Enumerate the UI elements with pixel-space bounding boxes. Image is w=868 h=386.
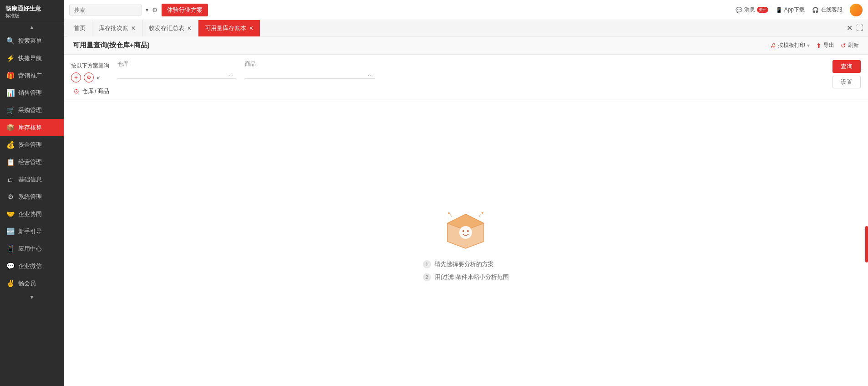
sidebar-item-label: 搜索菜单 [18, 37, 42, 45]
message-item[interactable]: 💬 消息 99+ [736, 6, 768, 14]
warehouse-input-wrap: … [117, 69, 236, 79]
sidebar-item-label: 畅会员 [18, 279, 36, 288]
svg-point-4 [467, 230, 469, 232]
filter-scheme-item[interactable]: ⊙ 仓库+商品 [71, 85, 112, 97]
app-logo: 畅康通好生意 标准版 [0, 0, 64, 22]
tip-text-1: 请先选择要分析的方案 [435, 260, 494, 268]
page-header-actions: 🖨 按模板打印 ▾ ⬆ 导出 ↺ 刷新 [770, 41, 859, 49]
sidebar-item-operations[interactable]: 📋 经营管理 [0, 154, 64, 171]
tab-batch-ledger-close[interactable]: ✕ [131, 26, 136, 31]
goods-input[interactable] [247, 70, 365, 77]
page-header: 可用量查询(按仓库+商品) 🖨 按模板打印 ▾ ⬆ 导出 ↺ 刷新 [64, 36, 868, 55]
tab-close-all-icon[interactable]: ✕ [847, 24, 853, 32]
basic-icon: 🗂 [6, 176, 15, 184]
sidebar-item-finance[interactable]: 💰 资金管理 [0, 136, 64, 154]
shortcut-icon: ⚡ [6, 54, 15, 62]
inventory-icon: 📦 [6, 124, 15, 132]
content-area: 1 请先选择要分析的方案 2 用[过滤]条件来缩小分析范围 [64, 102, 868, 386]
sidebar-item-label: 新手引导 [18, 227, 42, 236]
refresh-action[interactable]: ↺ 刷新 [841, 41, 859, 49]
message-icon: 💬 [736, 7, 742, 13]
filter-add-button[interactable]: + [71, 72, 81, 82]
print-label: 按模板打印 [778, 41, 805, 49]
print-icon: 🖨 [770, 42, 776, 49]
tab-batch-ledger-label: 库存批次账 [99, 24, 128, 32]
sidebar-item-label: 经营管理 [18, 158, 42, 166]
tip-num-2: 2 [423, 273, 431, 281]
filter-area: 按以下方案查询 + ⚙ « ⊙ 仓库+商品 仓库 … 商品 [64, 55, 868, 102]
filter-left: 按以下方案查询 + ⚙ « ⊙ 仓库+商品 [71, 59, 112, 97]
sidebar-item-sales[interactable]: 📊 销售管理 [0, 84, 64, 102]
tab-summary-close[interactable]: ✕ [187, 26, 192, 31]
warehouse-field-label: 仓库 [117, 60, 236, 68]
sidebar-item-label: 快捷导航 [18, 54, 42, 62]
tabs-bar: 首页 库存批次账 ✕ 收发存汇总表 ✕ 可用量库存账本 ✕ ✕ ⛶ [64, 20, 868, 36]
topbar-dropdown-icon[interactable]: ▾ [146, 7, 148, 13]
filter-settings-button[interactable]: ⚙ [84, 72, 94, 82]
warehouse-input[interactable] [119, 70, 226, 77]
topbar-search-input[interactable] [69, 5, 142, 15]
svg-line-7 [479, 214, 482, 216]
guide-icon: 🆕 [6, 227, 15, 236]
finance-icon: 💰 [6, 141, 15, 149]
sidebar-scroll-up[interactable]: ▲ [0, 22, 64, 32]
topbar-settings-icon[interactable]: ⚙ [152, 6, 158, 14]
tab-expand-icon[interactable]: ⛶ [856, 24, 863, 32]
topbar-right: 💬 消息 99+ 📱 App下载 🎧 在线客服 [736, 4, 863, 16]
query-buttons: 查询 设置 [832, 59, 861, 88]
tab-summary[interactable]: 收发存汇总表 ✕ [142, 20, 198, 36]
vip-icon: ✌ [6, 279, 15, 288]
sidebar-item-purchase[interactable]: 🛒 采购管理 [0, 102, 64, 119]
export-icon: ⬆ [816, 42, 822, 49]
sidebar-item-guide[interactable]: 🆕 新手引导 [0, 223, 64, 240]
search-icon: 🔍 [6, 37, 15, 45]
export-action[interactable]: ⬆ 导出 [816, 41, 834, 49]
refresh-label: 刷新 [848, 41, 859, 49]
goods-field-label: 商品 [245, 60, 375, 68]
tip-num-1: 1 [423, 260, 431, 268]
tab-available-qty-close[interactable]: ✕ [249, 26, 254, 31]
filter-collapse-icon[interactable]: « [96, 74, 100, 81]
sidebar-item-shortcut[interactable]: ⚡ 快捷导航 [0, 50, 64, 67]
app-icon: 📱 [6, 245, 15, 253]
sidebar-item-label: 库存核算 [18, 124, 42, 132]
sidebar-item-search[interactable]: 🔍 搜索菜单 [0, 32, 64, 50]
warehouse-more-icon[interactable]: … [228, 71, 234, 77]
sidebar-item-inventory[interactable]: 📦 库存核算 [0, 119, 64, 136]
settings-button[interactable]: 设置 [832, 76, 861, 88]
sidebar-item-vip[interactable]: ✌ 畅会员 [0, 275, 64, 292]
tab-available-qty-label: 可用量库存账本 [205, 24, 246, 32]
industry-solution-button[interactable]: 体验行业方案 [162, 4, 208, 16]
page-title: 可用量查询(按仓库+商品) [73, 41, 150, 50]
sidebar-item-system[interactable]: ⚙ 系统管理 [0, 188, 64, 206]
online-service-item[interactable]: 🎧 在线客服 [812, 6, 843, 14]
tab-home[interactable]: 首页 [67, 20, 92, 36]
svg-line-5 [450, 214, 452, 216]
sidebar-item-wechat[interactable]: 💬 企业微信 [0, 257, 64, 275]
sidebar-item-label: 企业微信 [18, 262, 42, 270]
svg-point-6 [448, 212, 450, 214]
cart-icon: 🛒 [6, 106, 15, 114]
sidebar-scroll-down[interactable]: ▼ [0, 292, 64, 302]
avatar[interactable] [850, 4, 863, 16]
print-action[interactable]: 🖨 按模板打印 ▾ [770, 41, 810, 49]
sidebar-item-cooperation[interactable]: 🤝 企业协同 [0, 206, 64, 223]
svg-point-2 [459, 226, 472, 239]
query-button[interactable]: 查询 [832, 60, 861, 73]
empty-tip-2: 2 用[过滤]条件来缩小分析范围 [423, 273, 509, 281]
sidebar-item-basic[interactable]: 🗂 基础信息 [0, 171, 64, 188]
goods-input-wrap: … [245, 69, 375, 79]
right-scrollbar[interactable] [865, 226, 868, 262]
goods-more-icon[interactable]: … [368, 71, 373, 77]
sidebar-item-appcenter[interactable]: 📱 应用中心 [0, 240, 64, 257]
sidebar: 畅康通好生意 标准版 ▲ 🔍 搜索菜单 ⚡ 快捷导航 🎁 营销推广 📊 销售管理… [0, 0, 64, 386]
gift-icon: 🎁 [6, 72, 15, 80]
print-dropdown-icon: ▾ [807, 42, 810, 49]
sidebar-item-marketing[interactable]: 🎁 营销推广 [0, 67, 64, 84]
filter-actions: + ⚙ « [71, 72, 112, 82]
filter-fields: 仓库 … 商品 … [117, 59, 827, 79]
tab-batch-ledger[interactable]: 库存批次账 ✕ [92, 20, 142, 36]
app-download-item[interactable]: 📱 App下载 [776, 6, 805, 14]
empty-state: 1 请先选择要分析的方案 2 用[过滤]条件来缩小分析范围 [423, 207, 509, 281]
tab-available-qty[interactable]: 可用量库存账本 ✕ [198, 20, 260, 36]
